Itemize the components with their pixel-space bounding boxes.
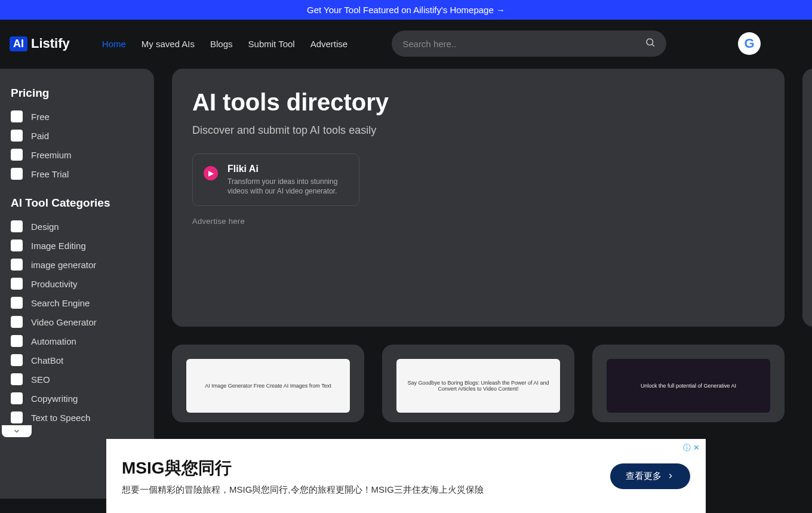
checkbox-icon[interactable] — [11, 130, 23, 142]
categories-heading: AI Tool Categories — [11, 196, 143, 210]
filter-free[interactable]: Free — [11, 110, 143, 122]
filter-label: Text to Speech — [31, 413, 90, 423]
tool-card[interactable]: Say Goodbye to Boring Blogs: Unleash the… — [382, 345, 574, 422]
filter-free-trial[interactable]: Free Trial — [11, 168, 143, 180]
checkbox-icon[interactable] — [11, 392, 23, 404]
filter-label: Image Editing — [31, 241, 86, 251]
main-nav: Home My saved AIs Blogs Submit Tool Adve… — [102, 39, 347, 49]
filter-image-editing[interactable]: Image Editing — [11, 239, 143, 251]
svg-point-0 — [647, 39, 653, 45]
filter-label: Freemium — [31, 150, 72, 160]
filter-label: Paid — [31, 131, 49, 141]
tool-thumbnail: AI Image Generator Free Create AI Images… — [186, 359, 350, 413]
checkbox-icon[interactable] — [11, 354, 23, 366]
bottom-ad-title: MSIG與您同行 — [122, 457, 586, 480]
checkbox-icon[interactable] — [11, 220, 23, 232]
featured-tool-name: Fliki Ai — [227, 164, 348, 174]
checkbox-icon[interactable] — [11, 316, 23, 328]
search-input[interactable] — [402, 39, 645, 49]
play-icon: ▶ — [204, 166, 218, 180]
tool-card[interactable]: Unlock the full potential of Generative … — [592, 345, 785, 422]
bottom-ad[interactable]: ⓘ ✕ MSIG與您同行 想要一個精彩的冒險旅程，MSIG與您同行,令您的旅程更… — [106, 439, 706, 513]
main-column: AI tools directory Discover and submit t… — [172, 69, 785, 499]
nav-home[interactable]: Home — [102, 39, 126, 49]
checkbox-icon[interactable] — [11, 149, 23, 161]
chevron-right-icon — [666, 472, 675, 480]
collapse-tab[interactable] — [2, 425, 32, 437]
google-signin-button[interactable]: G — [738, 32, 761, 55]
filter-image-generator[interactable]: image generator — [11, 259, 143, 271]
checkbox-icon[interactable] — [11, 278, 23, 290]
tool-thumbnail: Unlock the full potential of Generative … — [607, 359, 770, 413]
nav-advertise[interactable]: Advertise — [310, 39, 348, 49]
bottom-ad-sub: 想要一個精彩的冒險旅程，MSIG與您同行,令您的旅程更開心！MSIG三井住友海上… — [122, 484, 586, 496]
chevron-down-icon — [13, 427, 21, 435]
filter-label: Free — [31, 112, 50, 122]
checkbox-icon[interactable] — [11, 110, 23, 122]
hero-title: AI tools directory — [192, 89, 764, 116]
filter-label: Automation — [31, 336, 76, 346]
header: AI Listify Home My saved AIs Blogs Submi… — [0, 20, 812, 69]
checkbox-icon[interactable] — [11, 373, 23, 385]
logo-badge: AI — [10, 36, 27, 51]
tool-cards-row: AI Image Generator Free Create AI Images… — [172, 345, 785, 422]
ad-info-close-icon[interactable]: ⓘ ✕ — [683, 443, 700, 453]
checkbox-icon[interactable] — [11, 411, 23, 423]
filter-video-generator[interactable]: Video Generator — [11, 316, 143, 328]
filter-paid[interactable]: Paid — [11, 130, 143, 142]
featured-tool-card[interactable]: ▶ Fliki Ai Transform your ideas into stu… — [192, 153, 359, 206]
filter-design[interactable]: Design — [11, 220, 143, 232]
filter-productivity[interactable]: Productivity — [11, 278, 143, 290]
filter-label: Design — [31, 222, 59, 232]
nav-blogs[interactable]: Blogs — [210, 39, 233, 49]
filter-text-to-speech[interactable]: Text to Speech — [11, 411, 143, 423]
svg-line-1 — [653, 44, 654, 46]
checkbox-icon[interactable] — [11, 297, 23, 309]
logo-text: Listify — [31, 36, 70, 51]
pricing-filter-list: Free Paid Freemium Free Trial — [11, 110, 143, 180]
filter-label: SEO — [31, 374, 50, 385]
filter-label: Search Engine — [31, 298, 90, 308]
advertise-here-link[interactable]: Advertise here — [192, 217, 764, 226]
nav-submit-tool[interactable]: Submit Tool — [248, 39, 295, 49]
nav-my-saved-ais[interactable]: My saved AIs — [142, 39, 195, 49]
filter-label: Productivity — [31, 279, 78, 289]
hero: AI tools directory Discover and submit t… — [172, 69, 785, 327]
checkbox-icon[interactable] — [11, 335, 23, 347]
filter-label: Copywriting — [31, 394, 78, 404]
checkbox-icon[interactable] — [11, 259, 23, 271]
checkbox-icon[interactable] — [11, 239, 23, 251]
bottom-ad-cta-label: 查看更多 — [626, 471, 662, 482]
filter-label: Free Trial — [31, 169, 69, 179]
filter-seo[interactable]: SEO — [11, 373, 143, 385]
filter-label: ChatBot — [31, 355, 63, 365]
pricing-heading: Pricing — [11, 87, 143, 100]
hero-subtitle: Discover and submit top AI tools easily — [192, 124, 764, 137]
side-ad-panel: ⓘ ✕ 以業務數碼轉型 賦能企業 透過數碼轉型（DX）改變你的業務 使用先進的雲… — [802, 69, 812, 327]
promo-bar[interactable]: Get Your Tool Featured on Ailistify's Ho… — [0, 0, 812, 20]
filter-automation[interactable]: Automation — [11, 335, 143, 347]
featured-tool-desc: Transform your ideas into stunning video… — [227, 177, 348, 196]
filter-chatbot[interactable]: ChatBot — [11, 354, 143, 366]
filter-freemium[interactable]: Freemium — [11, 149, 143, 161]
filter-copywriting[interactable]: Copywriting — [11, 392, 143, 404]
filter-search-engine[interactable]: Search Engine — [11, 297, 143, 309]
search-icon[interactable] — [645, 37, 656, 51]
category-filter-list: Design Image Editing image generator Pro… — [11, 220, 143, 423]
filter-label: Video Generator — [31, 317, 97, 327]
checkbox-icon[interactable] — [11, 168, 23, 180]
tool-thumbnail: Say Goodbye to Boring Blogs: Unleash the… — [396, 359, 560, 413]
tool-card[interactable]: AI Image Generator Free Create AI Images… — [172, 345, 364, 422]
bottom-ad-cta-button[interactable]: 查看更多 — [610, 463, 690, 489]
search-wrap[interactable] — [392, 30, 666, 57]
filter-label: image generator — [31, 260, 96, 270]
logo[interactable]: AI Listify — [10, 36, 70, 51]
